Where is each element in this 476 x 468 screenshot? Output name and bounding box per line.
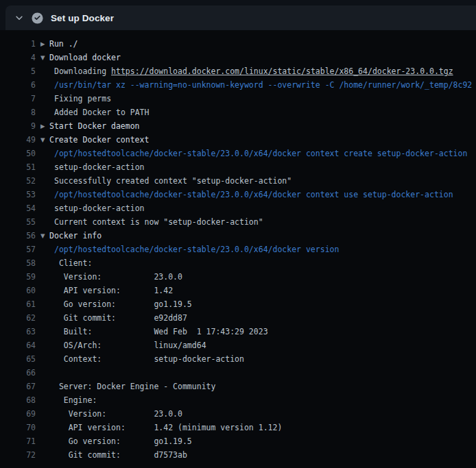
- line-number[interactable]: 5: [0, 64, 36, 78]
- log-text: Added Docker to PATH: [49, 106, 149, 119]
- check-circle-icon: [32, 12, 43, 24]
- log-text: Successfully created context "setup-dock…: [49, 174, 291, 188]
- log-line: 54setup-docker-action: [0, 201, 476, 215]
- line-number[interactable]: 55: [0, 215, 36, 229]
- log-text: OS/Arch: linux/amd64: [49, 338, 206, 352]
- line-number[interactable]: 49: [0, 133, 36, 147]
- log-text: Built: Wed Feb 1 17:43:29 2023: [49, 325, 268, 338]
- line-number[interactable]: 51: [0, 160, 36, 174]
- line-number[interactable]: 61: [0, 297, 36, 311]
- line-number[interactable]: 52: [0, 174, 36, 188]
- group-expanded-icon[interactable]: ▼: [40, 51, 49, 64]
- line-number[interactable]: 50: [0, 147, 36, 160]
- log-line: 57/opt/hostedtoolcache/docker-stable/23.…: [0, 243, 476, 256]
- log-line: 69 Version: 23.0.0: [0, 407, 476, 421]
- line-number[interactable]: 69: [0, 407, 36, 421]
- log-lines: 1▶Run ./4▼Download docker5Downloading ht…: [0, 30, 476, 462]
- log-text: Go version: go1.19.5: [49, 297, 192, 311]
- line-number[interactable]: 71: [0, 434, 36, 448]
- log-line: 52Successfully created context "setup-do…: [0, 174, 476, 188]
- log-line: 58 Client:: [0, 256, 476, 270]
- log-line: 65 Context: setup-docker-action: [0, 352, 476, 366]
- line-number[interactable]: 68: [0, 393, 36, 407]
- log-line: 63 Built: Wed Feb 1 17:43:29 2023: [0, 325, 476, 338]
- log-text: API version: 1.42 (minimum version 1.12): [49, 421, 282, 434]
- line-number[interactable]: 60: [0, 284, 36, 297]
- log-line: 53/opt/hostedtoolcache/docker-stable/23.…: [0, 188, 476, 201]
- line-number[interactable]: 58: [0, 256, 36, 270]
- step-header[interactable]: Set up Docker: [5, 5, 476, 30]
- line-number[interactable]: 67: [0, 380, 36, 393]
- line-number[interactable]: 53: [0, 188, 36, 201]
- chevron-down-icon[interactable]: [14, 13, 24, 23]
- group-title[interactable]: Start Docker daemon: [49, 119, 140, 133]
- log-text: Current context is now "setup-docker-act…: [49, 215, 263, 229]
- group-collapsed-icon[interactable]: ▶: [40, 119, 49, 133]
- log-line: 59 Version: 23.0.0: [0, 270, 476, 284]
- log-line: 55Current context is now "setup-docker-a…: [0, 215, 476, 229]
- line-number[interactable]: 62: [0, 311, 36, 325]
- log-line: 72 Git commit: d7573ab: [0, 448, 476, 462]
- log-line: 50/opt/hostedtoolcache/docker-stable/23.…: [0, 147, 476, 160]
- group-expanded-icon[interactable]: ▼: [40, 133, 49, 147]
- line-number[interactable]: 56: [0, 229, 36, 243]
- log-line: 68 Engine:: [0, 393, 476, 407]
- log-text: Downloading https://download.docker.com/…: [49, 64, 453, 78]
- line-number[interactable]: 57: [0, 243, 36, 256]
- log-text: Server: Docker Engine - Community: [49, 380, 215, 393]
- log-text: Engine:: [49, 393, 97, 407]
- step-title: Set up Docker: [51, 13, 114, 23]
- log-group-row[interactable]: 4▼Download docker: [0, 51, 476, 64]
- line-number[interactable]: 7: [0, 92, 36, 106]
- log-text: Client:: [49, 256, 92, 270]
- line-number[interactable]: 54: [0, 201, 36, 215]
- group-title[interactable]: Run ./: [49, 37, 78, 51]
- log-text: Version: 23.0.0: [49, 270, 182, 284]
- line-number[interactable]: 63: [0, 325, 36, 338]
- log-text: Git commit: e92dd87: [49, 311, 187, 325]
- log-text: Git commit: d7573ab: [49, 448, 187, 462]
- log-group-row[interactable]: 9▶Start Docker daemon: [0, 119, 476, 133]
- log-line: 51setup-docker-action: [0, 160, 476, 174]
- log-group-row[interactable]: 49▼Create Docker context: [0, 133, 476, 147]
- log-line: 70 API version: 1.42 (minimum version 1.…: [0, 421, 476, 434]
- line-number[interactable]: 65: [0, 352, 36, 366]
- line-number[interactable]: 64: [0, 338, 36, 352]
- log-text: setup-docker-action: [49, 160, 145, 174]
- log-line: 61 Go version: go1.19.5: [0, 297, 476, 311]
- log-line: 7Fixing perms: [0, 92, 476, 106]
- line-number[interactable]: 66: [0, 366, 36, 380]
- command-text: /usr/bin/tar xz --warning=no-unknown-key…: [49, 78, 472, 92]
- command-text: /opt/hostedtoolcache/docker-stable/23.0.…: [49, 188, 453, 201]
- log-text: Go version: go1.19.5: [49, 434, 192, 448]
- group-title[interactable]: Create Docker context: [49, 133, 149, 147]
- line-number[interactable]: 4: [0, 51, 36, 64]
- step-header-container: Set up Docker: [0, 0, 476, 30]
- log-text: setup-docker-action: [49, 201, 145, 215]
- log-text: Version: 23.0.0: [49, 407, 182, 421]
- log-line: 67 Server: Docker Engine - Community: [0, 380, 476, 393]
- group-title[interactable]: Docker info: [49, 229, 102, 243]
- log-line: 66: [0, 366, 476, 380]
- line-number[interactable]: 9: [0, 119, 36, 133]
- log-group-row[interactable]: 56▼Docker info: [0, 229, 476, 243]
- log-group-row[interactable]: 1▶Run ./: [0, 37, 476, 51]
- log-line: 8Added Docker to PATH: [0, 106, 476, 119]
- log-line: 5Downloading https://download.docker.com…: [0, 64, 476, 78]
- command-text: /opt/hostedtoolcache/docker-stable/23.0.…: [49, 147, 467, 160]
- command-text: /opt/hostedtoolcache/docker-stable/23.0.…: [49, 243, 339, 256]
- line-number[interactable]: 70: [0, 421, 36, 434]
- line-number[interactable]: 59: [0, 270, 36, 284]
- group-title[interactable]: Download docker: [49, 51, 121, 64]
- line-number[interactable]: 6: [0, 78, 36, 92]
- line-number[interactable]: 8: [0, 106, 36, 119]
- log-line: 71 Go version: go1.19.5: [0, 434, 476, 448]
- line-number[interactable]: 72: [0, 448, 36, 462]
- log-line: 64 OS/Arch: linux/amd64: [0, 338, 476, 352]
- group-expanded-icon[interactable]: ▼: [40, 229, 49, 243]
- log-link[interactable]: https://download.docker.com/linux/static…: [111, 66, 453, 76]
- group-collapsed-icon[interactable]: ▶: [40, 37, 49, 51]
- line-number[interactable]: 1: [0, 37, 36, 51]
- log-text: Context: setup-docker-action: [49, 352, 244, 366]
- log-text-prefix: Downloading: [54, 66, 111, 76]
